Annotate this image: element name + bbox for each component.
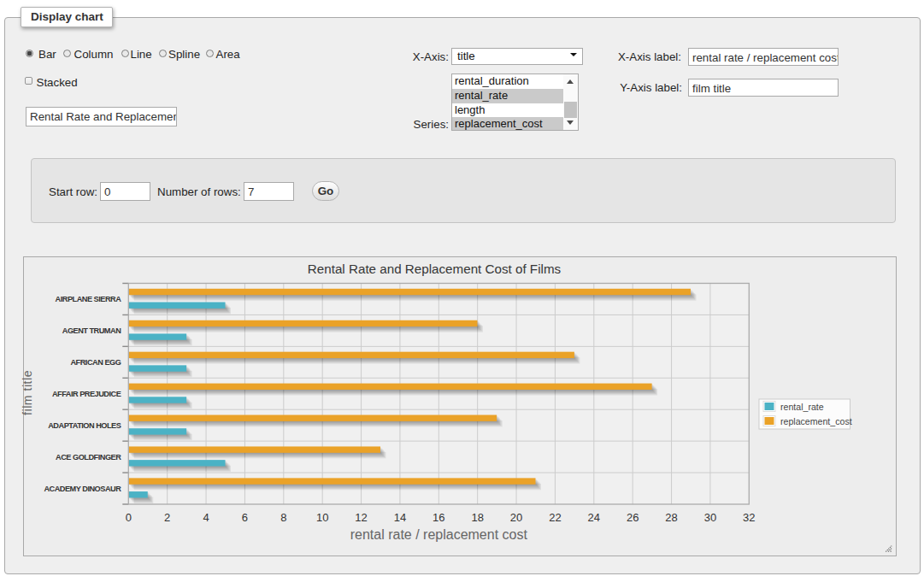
svg-text:rental_rate: rental_rate	[780, 402, 824, 412]
svg-text:12: 12	[355, 511, 367, 524]
svg-text:28: 28	[665, 511, 677, 524]
svg-text:ACADEMY DINOSAUR: ACADEMY DINOSAUR	[44, 485, 121, 493]
svg-text:16: 16	[433, 511, 444, 524]
svg-text:18: 18	[471, 511, 483, 524]
svg-text:AGENT TRUMAN: AGENT TRUMAN	[62, 326, 121, 335]
svg-text:20: 20	[510, 511, 522, 524]
svg-text:ACE GOLDFINGER: ACE GOLDFINGER	[56, 453, 121, 461]
svg-text:4: 4	[203, 511, 209, 524]
svg-text:10: 10	[316, 511, 328, 524]
svg-text:0: 0	[126, 511, 132, 524]
svg-text:8: 8	[280, 511, 286, 524]
svg-text:32: 32	[743, 511, 755, 524]
svg-text:26: 26	[627, 511, 639, 524]
svg-text:film title: film title	[21, 370, 34, 415]
svg-text:2: 2	[164, 511, 170, 524]
svg-text:ADAPTATION HOLES: ADAPTATION HOLES	[48, 421, 121, 430]
svg-text:Rental Rate and Replacement Co: Rental Rate and Replacement Cost of Film…	[308, 262, 562, 276]
svg-text:14: 14	[394, 511, 406, 524]
svg-text:6: 6	[242, 511, 248, 524]
svg-text:AFRICAN EGG: AFRICAN EGG	[70, 358, 121, 367]
svg-text:24: 24	[588, 511, 600, 524]
svg-text:22: 22	[549, 511, 561, 524]
svg-text:30: 30	[704, 511, 716, 524]
svg-text:replacement_cost: replacement_cost	[780, 416, 852, 426]
svg-text:rental rate / replacement cost: rental rate / replacement cost	[350, 527, 528, 542]
svg-text:AFFAIR PREJUDICE: AFFAIR PREJUDICE	[52, 390, 121, 398]
svg-text:AIRPLANE SIERRA: AIRPLANE SIERRA	[56, 295, 122, 303]
